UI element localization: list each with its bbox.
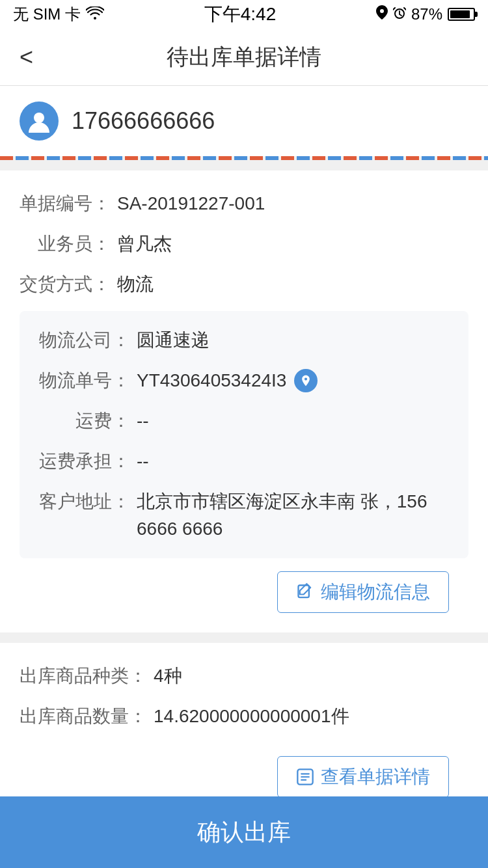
battery-percentage: 87% bbox=[411, 5, 442, 23]
back-button[interactable]: < bbox=[20, 44, 33, 71]
status-left: 无 SIM 卡 bbox=[13, 4, 104, 25]
product-quantity-label: 出库商品数量： bbox=[20, 703, 147, 730]
confirm-button[interactable]: 确认出库 bbox=[0, 796, 488, 868]
salesperson-label: 业务员： bbox=[20, 230, 111, 258]
edit-icon bbox=[296, 583, 314, 601]
wifi-icon bbox=[86, 5, 104, 23]
edit-btn-row: 编辑物流信息 bbox=[20, 558, 468, 613]
tracking-label: 物流单号： bbox=[39, 367, 130, 394]
view-details-label: 查看单据详情 bbox=[321, 765, 430, 789]
tracking-number: YT43064053424I3 bbox=[137, 367, 286, 394]
confirm-button-label: 确认出库 bbox=[197, 817, 291, 848]
logistics-card: 物流公司： 圆通速递 物流单号： YT43064053424I3 运费： -- bbox=[20, 311, 468, 558]
freight-value: -- bbox=[137, 407, 449, 435]
section-divider bbox=[0, 632, 488, 643]
tracking-row: 物流单号： YT43064053424I3 bbox=[39, 367, 449, 394]
freight-bearer-value: -- bbox=[137, 448, 449, 475]
location-status-icon bbox=[376, 5, 388, 23]
product-quantity-value: 14.620000000000001件 bbox=[154, 703, 349, 730]
logistics-company-label: 物流公司： bbox=[39, 327, 130, 354]
salesperson-value: 曾凡杰 bbox=[117, 230, 468, 258]
product-type-row: 出库商品种类： 4种 bbox=[20, 662, 468, 690]
view-details-button[interactable]: 查看单据详情 bbox=[277, 756, 449, 798]
logistics-company-value: 圆通速递 bbox=[137, 327, 449, 354]
product-type-label: 出库商品种类： bbox=[20, 662, 147, 690]
product-quantity-row: 出库商品数量： 14.620000000000001件 bbox=[20, 703, 468, 730]
product-type-value: 4种 bbox=[154, 662, 182, 690]
product-card: 出库商品种类： 4种 出库商品数量： 14.620000000000001件 查… bbox=[0, 643, 488, 817]
delivery-method-value: 物流 bbox=[117, 271, 468, 298]
content: 17666666666 单据编号： SA-20191227-001 业务员： 曾… bbox=[0, 86, 488, 868]
carrier-text: 无 SIM 卡 bbox=[13, 4, 81, 25]
freight-label: 运费： bbox=[39, 407, 130, 435]
svg-point-1 bbox=[34, 113, 44, 123]
address-label: 客户地址： bbox=[39, 488, 130, 515]
list-icon bbox=[296, 768, 314, 786]
address-value: 北京市市辖区海淀区永丰南 张，156 6666 6666 bbox=[137, 488, 449, 543]
tracking-location-icon[interactable] bbox=[294, 369, 318, 392]
status-time: 下午4:42 bbox=[204, 2, 277, 27]
status-right: 87% bbox=[376, 5, 475, 23]
salesperson-row: 业务员： 曾凡杰 bbox=[20, 230, 468, 258]
delivery-method-label: 交货方式： bbox=[20, 271, 111, 298]
edit-logistics-label: 编辑物流信息 bbox=[321, 580, 430, 604]
order-info-card: 单据编号： SA-20191227-001 业务员： 曾凡杰 交货方式： 物流 … bbox=[0, 170, 488, 632]
page-title: 待出库单据详情 bbox=[167, 42, 321, 72]
dashed-separator bbox=[0, 156, 488, 160]
delivery-method-row: 交货方式： 物流 bbox=[20, 271, 468, 298]
alarm-icon bbox=[393, 5, 406, 23]
order-number-row: 单据编号： SA-20191227-001 bbox=[20, 190, 468, 217]
logistics-company-row: 物流公司： 圆通速递 bbox=[39, 327, 449, 354]
address-row: 客户地址： 北京市市辖区海淀区永丰南 张，156 6666 6666 bbox=[39, 488, 449, 543]
user-header: 17666666666 bbox=[0, 86, 488, 156]
battery-icon bbox=[448, 8, 475, 21]
status-bar: 无 SIM 卡 下午4:42 87% bbox=[0, 0, 488, 29]
nav-bar: < 待出库单据详情 bbox=[0, 29, 488, 86]
tracking-value-container: YT43064053424I3 bbox=[137, 367, 449, 394]
order-number-value: SA-20191227-001 bbox=[117, 190, 468, 217]
freight-bearer-row: 运费承担： -- bbox=[39, 448, 449, 475]
view-btn-row: 查看单据详情 bbox=[20, 743, 468, 798]
edit-logistics-button[interactable]: 编辑物流信息 bbox=[277, 571, 449, 613]
user-phone: 17666666666 bbox=[72, 107, 215, 135]
order-number-label: 单据编号： bbox=[20, 190, 111, 217]
freight-bearer-label: 运费承担： bbox=[39, 448, 130, 475]
freight-row: 运费： -- bbox=[39, 407, 449, 435]
avatar bbox=[20, 102, 59, 141]
